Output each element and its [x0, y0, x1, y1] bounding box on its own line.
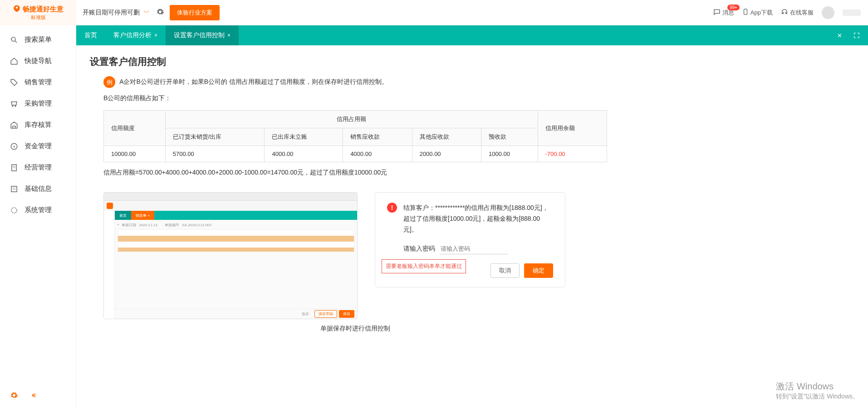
svg-rect-9	[11, 186, 17, 192]
fs-tab-sales: 销货单 ×	[131, 211, 154, 220]
example-paragraph: 例 A企对B公司进行开单时，如果B公司的 信用占用额超过了信用额度，则在保存时进…	[103, 76, 607, 88]
sys-icon	[10, 206, 18, 214]
cell-val-3: 2000.00	[412, 146, 481, 162]
message-icon	[713, 8, 721, 17]
fs-save-draft: 保存草稿	[314, 310, 337, 318]
cell-val-1: 4000.00	[265, 146, 343, 162]
table-row: 10000.00 5700.00 4000.00 4000.00 2000.00…	[104, 146, 607, 162]
sidebar-item-label: 销售管理	[25, 78, 52, 87]
sidebar-item-basic[interactable]: 基础信息	[0, 178, 76, 199]
th-credit-limit: 信用额度	[104, 111, 166, 146]
logo-icon	[13, 5, 21, 14]
sidebar-item-inventory[interactable]: 库存核算	[0, 114, 76, 136]
tab-bar: 首页 客户信用分析 × 设置客户信用控制 × ✕	[76, 25, 868, 45]
svg-rect-0	[744, 9, 747, 15]
app-download-label: App下载	[750, 9, 773, 17]
pwd-label: 请输入密码	[403, 245, 435, 253]
coin-icon: ¥	[10, 142, 18, 151]
collapse-icon[interactable]	[29, 391, 37, 402]
sidebar-item-label: 搜索菜单	[25, 35, 52, 44]
user-name-placeholder	[843, 10, 861, 16]
sidebar-item-label: 快捷导航	[25, 57, 52, 65]
svg-point-12	[11, 208, 17, 213]
fs-save: 保存	[339, 310, 354, 318]
para1-text: A企对B公司进行开单时，如果B公司的 信用占用额超过了信用额度，则在保存时进行信…	[119, 78, 388, 85]
cell-val-4: 1000.00	[481, 146, 538, 162]
sidebar-item-label: 库存核算	[25, 121, 52, 129]
fullscreen-icon[interactable]	[850, 29, 863, 42]
th-balance: 信用用余额	[538, 111, 607, 146]
th-sub-3: 其他应收款	[412, 128, 481, 146]
online-service-link[interactable]: 在线客服	[781, 8, 814, 17]
sidebar-item-system[interactable]: 系统管理	[0, 199, 76, 221]
formula-text: 信用占用额=5700.00+4000.00+4000.00+2000.00-10…	[103, 169, 607, 177]
sidebar-item-label: 基础信息	[25, 185, 52, 193]
messages-link[interactable]: 消息 99+	[713, 8, 734, 17]
tab-label: 设置客户信用控制	[174, 31, 225, 39]
content-area: 设置客户信用控制 例 A企对B公司进行开单时，如果B公司的 信用占用额超过了信用…	[76, 45, 868, 408]
top-header: 畅捷通好生意 标准版 开账日期可停用可删 ﹀ 体验行业方案 消息 99+ App…	[0, 0, 868, 25]
experience-plan-button[interactable]: 体验行业方案	[170, 5, 220, 20]
info-icon	[10, 185, 18, 193]
password-input[interactable]	[440, 243, 508, 254]
doc-icon	[10, 164, 18, 172]
close-all-icon[interactable]: ✕	[833, 29, 846, 42]
sidebar-item-quicknav[interactable]: 快捷导航	[0, 50, 76, 72]
close-icon[interactable]: ×	[154, 32, 157, 39]
dialog-cancel-button[interactable]: 取消	[490, 263, 520, 278]
sidebar-item-funds[interactable]: ¥ 资金管理	[0, 136, 76, 157]
home-icon	[10, 57, 18, 65]
cell-balance: -700.00	[538, 146, 607, 162]
caption-text: 单据保存时进行信用控制	[320, 325, 390, 333]
close-icon[interactable]: ×	[227, 32, 230, 39]
gear-icon[interactable]	[156, 8, 164, 18]
logo-area: 畅捷通好生意 标准版	[0, 0, 76, 25]
annotation-callout: 需要老板输入密码本单才能通过	[382, 259, 466, 273]
sidebar-item-sales[interactable]: 销售管理	[0, 72, 76, 93]
credit-warning-dialog: ! 结算客户：************的信用占用额为[1888.00元]，超过了…	[375, 192, 565, 287]
headset-icon	[781, 8, 788, 17]
search-icon	[10, 36, 18, 44]
th-sub-2: 销售应收款	[343, 128, 412, 146]
edition-label: 标准版	[31, 14, 46, 21]
avatar[interactable]	[822, 6, 834, 19]
sidebar-item-search[interactable]: 搜索菜单	[0, 29, 76, 50]
settings-icon[interactable]	[10, 391, 18, 402]
brand-name: 畅捷通好生意	[23, 5, 64, 14]
th-sub-0: 已订货未销货/出库	[165, 128, 265, 146]
tab-label: 首页	[84, 31, 97, 39]
dialog-ok-button[interactable]: 确定	[524, 263, 553, 278]
sidebar: 搜索菜单 快捷导航 销售管理 采购管理 库存核算 ¥ 资金管理	[0, 25, 76, 408]
chevron-down-icon: ﹀	[143, 9, 150, 17]
sidebar-item-label: 资金管理	[25, 142, 52, 151]
tab-credit-control[interactable]: 设置客户信用控制 ×	[166, 25, 239, 45]
para2-text: B公司的信用额占如下：	[103, 92, 607, 104]
account-date-dropdown[interactable]: 开账日期可停用可删 ﹀	[82, 7, 151, 19]
sidebar-item-operation[interactable]: 经营管理	[0, 157, 76, 178]
th-sub-1: 已出库未立账	[265, 128, 343, 146]
svg-text:¥: ¥	[13, 145, 15, 149]
fs-cancel: 放弃	[298, 311, 313, 317]
tab-label: 客户信用分析	[113, 31, 152, 39]
sidebar-item-label: 经营管理	[25, 163, 52, 172]
sidebar-item-purchase[interactable]: 采购管理	[0, 93, 76, 114]
cart-icon	[10, 100, 18, 108]
cell-val-0: 5700.00	[165, 146, 265, 162]
sidebar-item-label: 系统管理	[25, 206, 52, 214]
credit-table: 信用额度 信用占用额 信用用余额 已订货未销货/出库 已出库未立账 销售应收款 …	[103, 110, 607, 162]
online-service-label: 在线客服	[790, 9, 814, 17]
th-usage-group: 信用占用额	[165, 111, 538, 128]
th-sub-4: 预收款	[481, 128, 538, 146]
tab-credit-analysis[interactable]: 客户信用分析 ×	[105, 25, 166, 45]
dialog-message: 结算客户：************的信用占用额为[1888.00元]，超过了信用…	[403, 203, 553, 235]
sidebar-item-label: 采购管理	[25, 99, 52, 108]
messages-badge: 99+	[727, 5, 740, 10]
cell-limit: 10000.00	[104, 146, 166, 162]
example-badge-icon: 例	[103, 76, 115, 88]
fs-tab-home: 首页	[115, 211, 131, 220]
svg-line-2	[15, 41, 17, 43]
tab-home[interactable]: 首页	[76, 25, 105, 45]
app-download-link[interactable]: App下载	[742, 8, 773, 17]
dropdown-label: 开账日期可停用可删	[83, 9, 140, 17]
tag-icon	[10, 78, 18, 87]
